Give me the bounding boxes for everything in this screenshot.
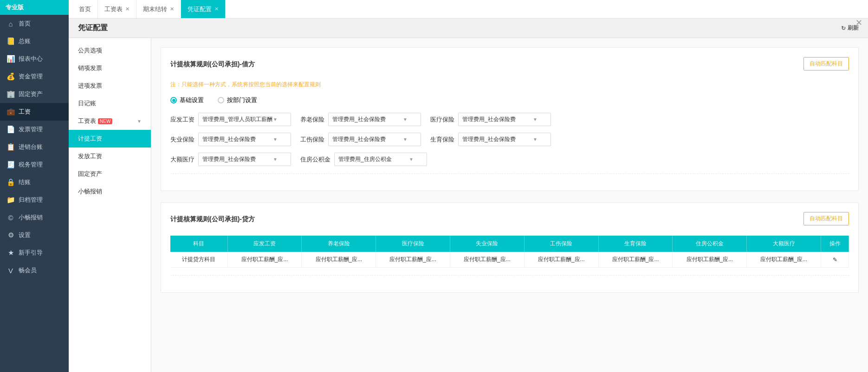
- field-item-养老保险: 养老保险 管理费用_社会保险费 ▼: [300, 113, 421, 126]
- tab-label: 凭证配置: [188, 5, 212, 13]
- chevron-down-icon: ▼: [273, 117, 278, 122]
- sidebar-item-ledger[interactable]: 📒总账: [0, 32, 69, 50]
- left-nav-label-purchase_invoice: 进项发票: [78, 82, 102, 90]
- radio-dept[interactable]: 按部门设置: [218, 96, 257, 104]
- radio-basic-circle: [170, 97, 177, 103]
- col-header-住房公积金: 住房公积金: [673, 236, 747, 252]
- select-text: 管理费用_社会保险费: [332, 135, 386, 143]
- table-cell: 应付职工薪酬_应...: [598, 252, 673, 268]
- sidebar-item-funds[interactable]: 💰资金管理: [0, 68, 69, 85]
- left-nav-item-public[interactable]: 公共选项: [69, 42, 151, 59]
- sidebar-item-assets[interactable]: 🏢固定资产: [0, 85, 69, 103]
- table-cell: 应付职工薪酬_应...: [302, 252, 376, 268]
- select-text: 管理费用_社会保险费: [202, 155, 256, 163]
- col-header-医疗保险: 医疗保险: [376, 236, 450, 252]
- col-header-大额医疗: 大额医疗: [747, 236, 821, 252]
- field-select-生育保险[interactable]: 管理费用_社会保险费 ▼: [458, 133, 551, 146]
- divider: [170, 173, 849, 174]
- left-nav-item-journal[interactable]: 日记账: [69, 95, 151, 112]
- funds-icon: 💰: [6, 72, 15, 81]
- col-header-应发工资: 应发工资: [227, 236, 302, 252]
- tab-close-icon[interactable]: ✕: [170, 6, 174, 12]
- sidebar-item-purchasesales[interactable]: 📋进销台账: [0, 138, 69, 156]
- left-nav-item-payroll[interactable]: 工资表NEW▼: [69, 112, 151, 130]
- left-nav-item-distribute[interactable]: 发放工资: [69, 148, 151, 165]
- field-label: 失业保险: [170, 135, 194, 144]
- field-select-应发工资[interactable]: 管理费用_管理人员职工薪酬 ▼: [198, 113, 291, 126]
- debit-field-row-1: 应发工资 管理费用_管理人员职工薪酬 ▼ 养老保险 管理费用_社会保险费 ▼ 医…: [170, 113, 849, 126]
- sidebar-item-salary[interactable]: 💼工资: [0, 103, 69, 121]
- tab-工资表[interactable]: 工资表✕: [98, 0, 136, 18]
- field-item-应发工资: 应发工资 管理费用_管理人员职工薪酬 ▼: [170, 113, 291, 126]
- col-header-养老保险: 养老保险: [302, 236, 376, 252]
- select-text: 管理费用_住房公积金: [338, 155, 392, 163]
- field-label: 医疗保险: [430, 115, 454, 124]
- radio-basic[interactable]: 基础设置: [170, 96, 204, 104]
- edit-action[interactable]: ✎: [821, 252, 849, 268]
- left-nav-item-purchase_invoice[interactable]: 进项发票: [69, 77, 151, 95]
- purchasesales-icon: 📋: [6, 143, 15, 151]
- table-cell: 应付职工薪酬_应...: [227, 252, 302, 268]
- tab-凭证配置[interactable]: 凭证配置✕: [181, 0, 226, 18]
- field-label: 住房公积金: [300, 155, 330, 164]
- table-cell: 应付职工薪酬_应...: [747, 252, 821, 268]
- refresh-icon: ↻: [841, 25, 846, 32]
- table-cell: 计提贷方科目: [170, 252, 227, 268]
- chevron-down-icon: ▼: [403, 117, 408, 122]
- left-nav-item-sales_invoice[interactable]: 销项发票: [69, 59, 151, 77]
- field-select-工伤保险[interactable]: 管理费用_社会保险费 ▼: [328, 133, 421, 146]
- field-select-医疗保险[interactable]: 管理费用_社会保险费 ▼: [458, 113, 551, 126]
- field-label: 应发工资: [170, 115, 194, 124]
- tab-首页[interactable]: 首页: [72, 0, 98, 18]
- sidebar-item-reports[interactable]: 📊报表中心: [0, 50, 69, 68]
- sidebar-label-xiaochang: 小畅报销: [19, 213, 43, 222]
- left-nav-item-fixed_assets[interactable]: 固定资产: [69, 165, 151, 183]
- left-nav-label-sales_invoice: 销项发票: [78, 64, 102, 72]
- sidebar-label-reports: 报表中心: [19, 55, 43, 63]
- sidebar-item-guide[interactable]: ★新手引导: [0, 244, 69, 262]
- field-select-大额医疗[interactable]: 管理费用_社会保险费 ▼: [198, 153, 291, 166]
- debit-section-header: 计提核算规则(公司承担)-借方 自动匹配科目: [170, 57, 849, 75]
- assets-icon: 🏢: [6, 90, 15, 98]
- left-nav-label-accrual: 计提工资: [78, 135, 102, 143]
- sidebar-item-xiaochang[interactable]: ©小畅报销: [0, 209, 69, 226]
- field-label: 养老保险: [300, 115, 324, 124]
- tab-close-icon[interactable]: ✕: [125, 6, 130, 12]
- sidebar-label-funds: 资金管理: [19, 72, 43, 81]
- chevron-down-icon: ▼: [273, 137, 278, 142]
- archive-icon: 📁: [6, 196, 15, 204]
- credit-auto-match-button[interactable]: 自动匹配科目: [803, 212, 849, 225]
- tab-label: 期末结转: [143, 5, 167, 13]
- field-select-养老保险[interactable]: 管理费用_社会保险费 ▼: [328, 113, 421, 126]
- sidebar-item-home[interactable]: ⌂首页: [0, 15, 69, 32]
- sidebar-item-settings[interactable]: ⚙设置: [0, 226, 69, 244]
- left-nav-item-expense[interactable]: 小畅报销: [69, 183, 151, 200]
- tab-期末结转[interactable]: 期末结转✕: [136, 0, 181, 18]
- debit-auto-match-button[interactable]: 自动匹配科目: [803, 57, 849, 71]
- chevron-down-icon: ▼: [409, 157, 414, 162]
- sidebar-item-member[interactable]: V畅会员: [0, 262, 69, 279]
- col-header-工伤保险: 工伤保险: [524, 236, 598, 252]
- sidebar-item-invoices[interactable]: 📄发票管理: [0, 121, 69, 138]
- tab-bar: 首页工资表✕期末结转✕凭证配置✕: [69, 0, 868, 19]
- field-item-医疗保险: 医疗保险 管理费用_社会保险费 ▼: [430, 113, 551, 126]
- radio-basic-label: 基础设置: [180, 96, 204, 104]
- sidebar-item-tax[interactable]: 🧾税务管理: [0, 156, 69, 173]
- closing-icon: 🔒: [6, 178, 15, 186]
- tab-close-icon[interactable]: ✕: [214, 6, 219, 12]
- window-close-button[interactable]: ✕: [855, 19, 862, 27]
- sidebar: 专业版 ⌂首页📒总账📊报表中心💰资金管理🏢固定资产💼工资📄发票管理📋进销台账🧾税…: [0, 0, 69, 372]
- field-select-住房公积金[interactable]: 管理费用_住房公积金 ▼: [334, 153, 427, 166]
- sidebar-item-archive[interactable]: 📁归档管理: [0, 191, 69, 209]
- field-label: 大额医疗: [170, 155, 194, 164]
- page-header: 凭证配置 ↻ 刷新: [69, 19, 868, 38]
- invoices-icon: 📄: [6, 125, 15, 134]
- badge-new: NEW: [98, 118, 112, 124]
- radio-dept-label: 按部门设置: [227, 96, 257, 104]
- left-nav-item-accrual[interactable]: 计提工资: [69, 130, 151, 148]
- field-select-失业保险[interactable]: 管理费用_社会保险费 ▼: [198, 133, 291, 146]
- sidebar-item-closing[interactable]: 🔒结账: [0, 173, 69, 191]
- left-nav-label-distribute: 发放工资: [78, 152, 102, 160]
- reports-icon: 📊: [6, 55, 15, 63]
- main-content: 计提核算规则(公司承担)-借方 自动匹配科目 注：只能选择一种方式，系统将按照您…: [151, 38, 868, 372]
